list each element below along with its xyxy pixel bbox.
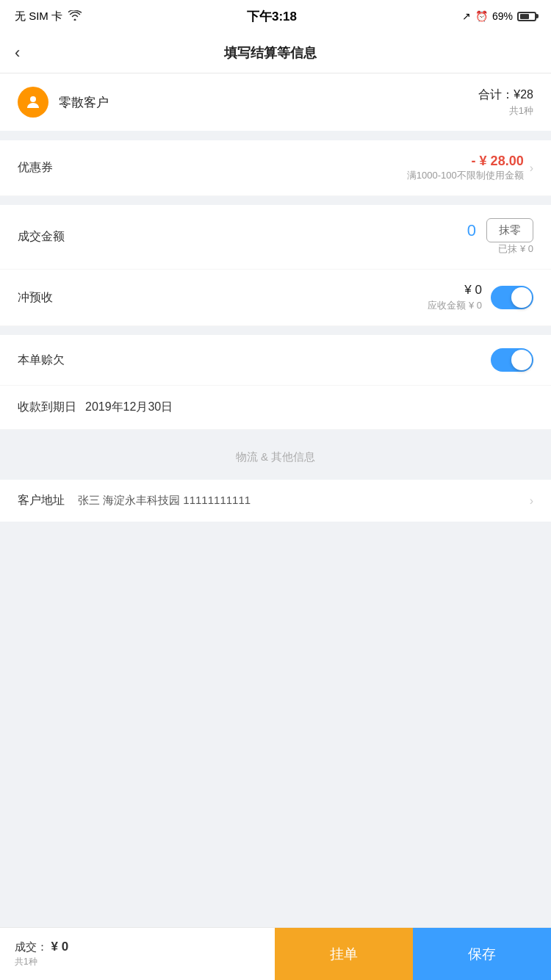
svg-point-0 [30, 96, 36, 102]
status-time: 下午3:18 [247, 8, 297, 25]
deal-amount-sub: 已抹 ¥ 0 [498, 242, 533, 256]
customer-row: 零散客户 合计：¥28 共1种 [0, 73, 551, 131]
alarm-icon: ⏰ [475, 10, 488, 22]
coupon-info: - ¥ 28.00 满1000-100不限制使用金额 [407, 154, 524, 182]
deal-amount-label: 成交金额 [18, 229, 76, 245]
battery-percent: 69% [492, 10, 513, 22]
logistics-section-header: 物流 & 其他信息 [0, 439, 551, 475]
address-value: 张三 海淀永丰科技园 11111111111 [78, 494, 530, 508]
save-button[interactable]: 保存 [413, 928, 551, 981]
prepayment-label: 冲预收 [18, 290, 76, 306]
divider-1 [0, 131, 551, 140]
credit-label: 本单赊欠 [18, 353, 76, 368]
address-chevron-icon: › [530, 494, 533, 508]
credit-toggle[interactable] [491, 348, 533, 372]
deal-amount-right: 0 抹零 已抹 ¥ 0 [76, 218, 533, 256]
address-label: 客户地址 [18, 493, 69, 508]
coupon-desc: 满1000-100不限制使用金额 [407, 169, 524, 182]
credit-right [76, 348, 533, 372]
divider-2 [0, 196, 551, 205]
location-icon: ↗ [462, 10, 471, 22]
hang-order-button[interactable]: 挂单 [275, 928, 413, 981]
coupon-row[interactable]: 优惠券 - ¥ 28.00 满1000-100不限制使用金额 › [0, 140, 551, 196]
logistics-label-text: 物流 & 其他信息 [236, 450, 315, 464]
deal-amount-value: 0 [467, 221, 476, 240]
bottom-bar: 成交： ¥ 0 共1种 挂单 保存 [0, 927, 551, 980]
amount-group: 0 抹零 已抹 ¥ 0 [467, 218, 533, 256]
bottom-deal-label: 成交： [15, 940, 48, 953]
amount-top: 0 抹零 [467, 218, 533, 242]
divider-3 [0, 326, 551, 335]
toggle-knob [511, 287, 532, 308]
coupon-right: - ¥ 28.00 满1000-100不限制使用金额 › [407, 154, 533, 182]
bottom-spacer [0, 526, 551, 585]
wifi-icon [68, 10, 82, 23]
battery-icon [517, 12, 536, 21]
round-off-button[interactable]: 抹零 [486, 218, 533, 242]
divider-4 [0, 430, 551, 439]
prepayment-values: ¥ 0 应收金额 ¥ 0 [428, 283, 482, 312]
prepayment-row: 冲预收 ¥ 0 应收金额 ¥ 0 [0, 270, 551, 326]
toggle-knob-2 [511, 350, 532, 370]
nav-bar: ‹ 填写结算等信息 [0, 32, 551, 73]
page-title: 填写结算等信息 [26, 44, 514, 62]
bottom-count: 共1种 [15, 956, 260, 968]
customer-count: 共1种 [478, 104, 533, 118]
main-content: 零散客户 合计：¥28 共1种 优惠券 - ¥ 28.00 满1000-100不… [0, 73, 551, 585]
status-left: 无 SIM 卡 [15, 10, 82, 24]
status-right: ↗ ⏰ 69% [462, 10, 536, 22]
customer-left: 零散客户 [18, 87, 109, 118]
bottom-deal-amount: ¥ 0 [51, 940, 68, 954]
status-bar: 无 SIM 卡 下午3:18 ↗ ⏰ 69% [0, 0, 551, 32]
due-date-row: 收款到期日 2019年12月30日 [0, 386, 551, 430]
logistics-label-group: 物流 & 其他信息 [228, 450, 323, 464]
prepayment-toggle[interactable] [491, 286, 533, 309]
back-button[interactable]: ‹ [9, 37, 26, 68]
address-row[interactable]: 客户地址 张三 海淀永丰科技园 11111111111 › [0, 480, 551, 522]
due-date-value: 2019年12月30日 [85, 400, 173, 415]
carrier-label: 无 SIM 卡 [15, 10, 62, 24]
coupon-label: 优惠券 [18, 160, 76, 176]
prepayment-value: ¥ 0 [428, 283, 482, 298]
prepayment-right: ¥ 0 应收金额 ¥ 0 [76, 283, 533, 312]
customer-name: 零散客户 [59, 94, 109, 111]
due-date-label: 收款到期日 [18, 400, 76, 415]
bottom-deal-line: 成交： ¥ 0 [15, 940, 260, 954]
deal-amount-row: 成交金额 0 抹零 已抹 ¥ 0 [0, 205, 551, 270]
customer-summary: 合计：¥28 共1种 [478, 87, 533, 118]
prepayment-sub: 应收金额 ¥ 0 [428, 299, 482, 312]
customer-total: 合计：¥28 [478, 87, 533, 103]
bottom-info: 成交： ¥ 0 共1种 [0, 940, 275, 968]
coupon-amount: - ¥ 28.00 [407, 154, 524, 169]
customer-avatar [18, 87, 48, 118]
coupon-chevron-icon: › [530, 162, 533, 175]
credit-row: 本单赊欠 [0, 335, 551, 386]
